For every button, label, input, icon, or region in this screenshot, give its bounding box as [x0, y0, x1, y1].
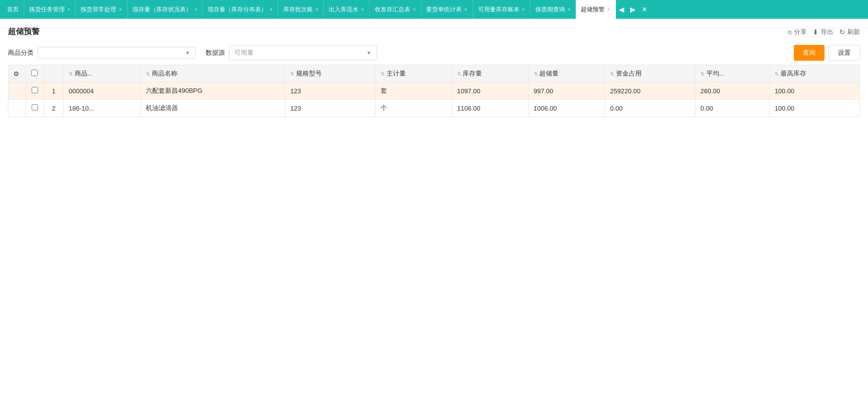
close-icon[interactable]: ×: [269, 6, 272, 12]
export-icon: ⬇: [813, 28, 819, 36]
table-header-capital[interactable]: ⇅ 资金占用: [605, 65, 695, 82]
nav-tab-stock-status[interactable]: 现存量（库存状况表） ×: [128, 0, 203, 19]
page-header: 超储预警 ⎋ 分享 ⬇ 导出 ↻ 刷新: [8, 27, 860, 37]
row-unit: 个: [376, 100, 452, 117]
sort-icon: ⇅: [534, 71, 538, 77]
category-label: 商品分类: [8, 48, 34, 57]
row-product-name: 机油滤清器: [141, 100, 285, 117]
share-icon: ⎋: [788, 28, 792, 36]
table-header-unit[interactable]: ⇅ 主计量: [376, 65, 452, 82]
filter-row: 商品分类 ▼ 数据源 可用量 ▼ 查询 设置: [8, 45, 860, 61]
nav-tab-overstock-warning[interactable]: 超储预警 ×: [576, 0, 615, 19]
category-select[interactable]: ▼: [38, 47, 196, 59]
select-all-checkbox[interactable]: [31, 70, 38, 76]
close-icon[interactable]: ×: [413, 6, 416, 12]
row-checkbox-cell[interactable]: [26, 100, 44, 117]
row-checkbox[interactable]: [32, 87, 38, 93]
table-header-rownum: [44, 65, 64, 82]
export-button[interactable]: ⬇ 导出: [813, 28, 833, 37]
chevron-down-icon: ▼: [185, 50, 190, 56]
close-icon[interactable]: ×: [119, 6, 122, 12]
close-icon[interactable]: ×: [464, 6, 467, 12]
table-header-avg[interactable]: ⇅ 平均...: [695, 65, 770, 82]
table-header-checkbox[interactable]: [26, 65, 44, 82]
datasource-filter-item: 数据源 可用量 ▼: [206, 45, 377, 60]
sort-icon: ⇅: [381, 71, 385, 77]
row-overstock: 1006.00: [528, 100, 605, 117]
table-header-max-stock[interactable]: ⇅ 最高库存: [770, 65, 860, 82]
row-avg: 0.00: [695, 100, 770, 117]
sort-icon: ⇅: [290, 71, 294, 77]
row-avg: 260.00: [695, 82, 770, 100]
page-title: 超储预警: [8, 27, 40, 37]
row-spec: 123: [285, 82, 376, 100]
nav-tab-stock-dist[interactable]: 现存量（库存分布表） ×: [203, 0, 278, 19]
row-product-code: 186-10...: [64, 100, 141, 117]
close-icon[interactable]: ×: [522, 6, 525, 12]
row-gear-cell: [8, 82, 26, 100]
row-checkbox-cell[interactable]: [26, 82, 44, 100]
page-content: 超储预警 ⎋ 分享 ⬇ 导出 ↻ 刷新 商品分类 ▼ 数据源: [0, 19, 868, 395]
sort-icon: ⇅: [146, 71, 150, 77]
top-navigation: 首页 拣货任务管理 × 拣货异常处理 × 现存量（库存状况表） × 现存量（库存…: [0, 0, 868, 19]
sort-icon: ⇅: [457, 71, 461, 77]
data-table: ⚙ ⇅ 商品... ⇅ 商品名称 ⇅ 规格型号: [8, 65, 860, 117]
row-number: 1: [44, 82, 64, 100]
row-spec: 123: [285, 100, 376, 117]
nav-arrow-close-all[interactable]: ✕: [639, 0, 651, 19]
table-header-stock[interactable]: ⇅ 库存量: [452, 65, 528, 82]
table-header-product-code[interactable]: ⇅ 商品...: [64, 65, 141, 82]
row-max-stock: 100.00: [770, 100, 860, 117]
sort-icon: ⇅: [700, 71, 704, 77]
nav-arrow-right[interactable]: ▶: [627, 0, 639, 19]
table-header-overstock[interactable]: ⇅ 超储量: [528, 65, 605, 82]
row-checkbox[interactable]: [32, 104, 38, 111]
nav-tab-available-account[interactable]: 可用量库存账本 ×: [473, 0, 530, 19]
refresh-button[interactable]: ↻ 刷新: [839, 28, 860, 37]
datasource-select[interactable]: 可用量 ▼: [229, 45, 377, 60]
share-button[interactable]: ⎋ 分享: [788, 28, 807, 37]
gear-icon: ⚙: [13, 70, 19, 78]
nav-tab-collect-summary[interactable]: 收发存汇总表 ×: [370, 0, 421, 19]
row-capital: 0.00: [605, 100, 695, 117]
row-unit: 套: [376, 82, 452, 100]
nav-tab-home[interactable]: 首页: [2, 0, 24, 19]
close-icon[interactable]: ×: [315, 6, 318, 12]
close-icon[interactable]: ×: [567, 6, 570, 12]
nav-tab-task-mgmt[interactable]: 拣货任务管理 ×: [24, 0, 76, 19]
sort-icon: ⇅: [610, 71, 614, 77]
settings-button[interactable]: 设置: [828, 45, 860, 61]
header-actions: ⎋ 分享 ⬇ 导出 ↻ 刷新: [788, 28, 860, 37]
datasource-select-value: 可用量: [234, 48, 254, 57]
nav-tab-order-stats[interactable]: 要货单统计表 ×: [421, 0, 473, 19]
close-icon[interactable]: ×: [607, 6, 610, 12]
row-capital: 259220.00: [605, 82, 695, 100]
close-icon[interactable]: ×: [194, 6, 197, 12]
sort-icon: ⇅: [69, 71, 73, 77]
datasource-label: 数据源: [206, 48, 225, 57]
table-row: 1 0000004 六配套新昌490BPG 123 套 1097.00 997.…: [8, 82, 860, 100]
table-header-spec[interactable]: ⇅ 规格型号: [285, 65, 376, 82]
close-icon[interactable]: ×: [361, 6, 364, 12]
table-row: 2 186-10... 机油滤清器 123 个 1106.00 1006.00 …: [8, 100, 860, 117]
refresh-icon: ↻: [839, 28, 845, 36]
row-number: 2: [44, 100, 64, 117]
close-icon[interactable]: ×: [67, 6, 70, 12]
nav-tab-abnormal-process[interactable]: 拣货异常处理 ×: [76, 0, 127, 19]
nav-tab-quality-check[interactable]: 保质期查询 ×: [530, 0, 576, 19]
nav-tab-batch-account[interactable]: 库存批次账 ×: [278, 0, 324, 19]
query-button[interactable]: 查询: [794, 45, 825, 61]
nav-arrow-left[interactable]: ◀: [616, 0, 627, 19]
table-header-product-name[interactable]: ⇅ 商品名称: [141, 65, 285, 82]
category-filter-item: 商品分类 ▼: [8, 47, 196, 59]
row-overstock: 997.00: [528, 82, 605, 100]
row-product-code: 0000004: [64, 82, 141, 100]
row-stock: 1097.00: [452, 82, 528, 100]
sort-icon: ⇅: [775, 71, 779, 77]
nav-tab-inout-flow[interactable]: 出入库流水 ×: [324, 0, 369, 19]
row-max-stock: 100.00: [770, 82, 860, 100]
chevron-down-icon: ▼: [366, 50, 372, 56]
row-product-name: 六配套新昌490BPG: [141, 82, 285, 100]
table-header-gear[interactable]: ⚙: [8, 65, 26, 82]
table-header-row: ⚙ ⇅ 商品... ⇅ 商品名称 ⇅ 规格型号: [8, 65, 860, 82]
